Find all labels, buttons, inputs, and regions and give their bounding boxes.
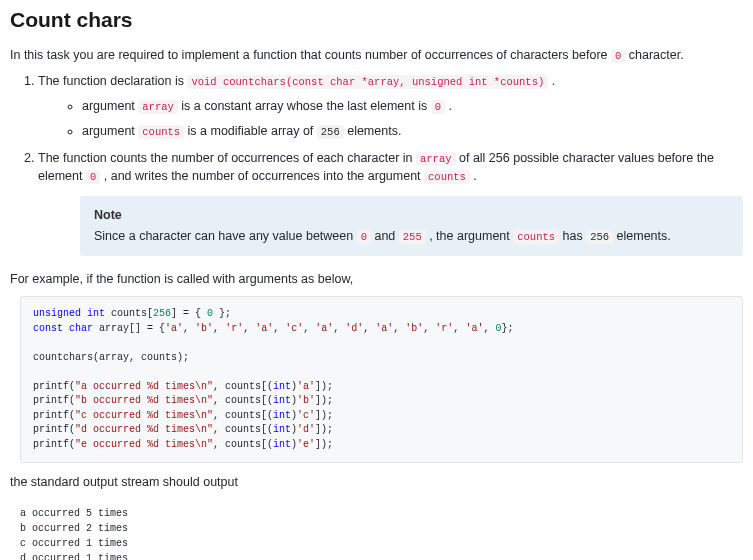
- i2-counts-code: counts: [424, 170, 470, 184]
- note-mid2: , the argument: [426, 229, 514, 243]
- i2-array-code: array: [416, 152, 456, 166]
- note-zero-code: 0: [357, 230, 371, 244]
- note-box: Note Since a character can have any valu…: [80, 196, 743, 256]
- intro-zero-code: 0: [611, 49, 625, 63]
- sub-item-counts: argument counts is a modifiable array of…: [82, 122, 743, 141]
- sub1-array-code: array: [138, 100, 178, 114]
- sub-item-array: argument array is a constant array whose…: [82, 97, 743, 116]
- i2-zero-code: 0: [86, 170, 100, 184]
- sub1-post: .: [445, 99, 452, 113]
- sub1-pre: argument: [82, 99, 138, 113]
- instruction-item-1: The function declaration is void countch…: [38, 72, 743, 140]
- sub2-pre: argument: [82, 124, 138, 138]
- output-intro: the standard output stream should output: [10, 473, 743, 492]
- note-pre: Since a character can have any value bet…: [94, 229, 357, 243]
- instruction-item-2: The function counts the number of occurr…: [38, 149, 743, 256]
- i1-decl-code: void countchars(const char *array, unsig…: [187, 75, 548, 89]
- sub1-mid: is a constant array whose the last eleme…: [178, 99, 431, 113]
- sub2-counts-code: counts: [138, 125, 184, 139]
- note-title: Note: [94, 206, 729, 225]
- i1-pre: The function declaration is: [38, 74, 187, 88]
- i2-post: .: [470, 169, 477, 183]
- i2-pre: The function counts the number of occurr…: [38, 151, 416, 165]
- note-mid3: has: [559, 229, 586, 243]
- note-body: Since a character can have any value bet…: [94, 227, 729, 246]
- note-255-code: 255: [399, 230, 426, 244]
- intro-text-pre: In this task you are required to impleme…: [10, 48, 611, 62]
- i2-mid2: , and writes the number of occurrences i…: [100, 169, 424, 183]
- sub1-zero-code: 0: [431, 100, 445, 114]
- sub2-256-code: 256: [317, 125, 344, 139]
- intro-paragraph: In this task you are required to impleme…: [10, 46, 743, 65]
- intro-text-post: character.: [625, 48, 683, 62]
- i1-post: .: [548, 74, 555, 88]
- example-intro: For example, if the function is called w…: [10, 270, 743, 289]
- note-256-code: 256: [586, 230, 613, 244]
- example-code-block: unsigned int counts[256] = { 0 }; const …: [20, 296, 743, 463]
- instruction-1-sublist: argument array is a constant array whose…: [38, 97, 743, 141]
- note-counts-code: counts: [513, 230, 559, 244]
- expected-output-block: a occurred 5 times b occurred 2 times c …: [10, 500, 743, 560]
- instructions-list: The function declaration is void countch…: [10, 72, 743, 255]
- note-mid1: and: [371, 229, 399, 243]
- sub2-post: elements.: [344, 124, 402, 138]
- note-post: elements.: [613, 229, 671, 243]
- page-title: Count chars: [10, 4, 743, 36]
- sub2-mid: is a modifiable array of: [184, 124, 317, 138]
